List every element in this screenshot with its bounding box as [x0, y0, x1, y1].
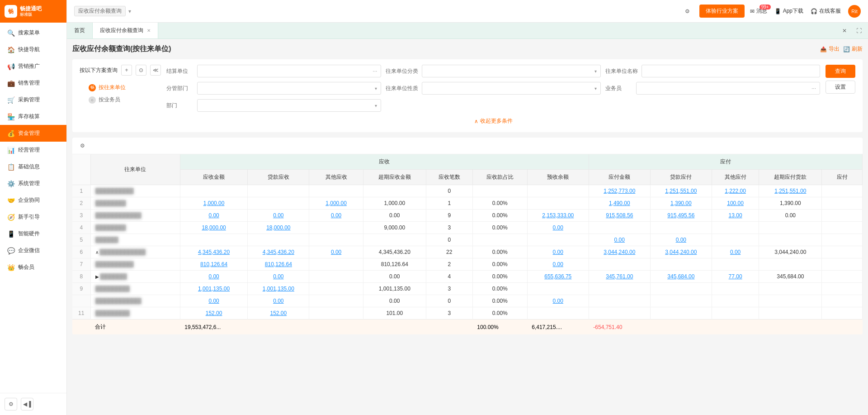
- row-ar-loan[interactable]: 810,126.64: [248, 258, 309, 271]
- row-ar-prepay[interactable]: 2,153,333.00: [527, 210, 589, 222]
- sidebar-item-hardware[interactable]: 📱 智能硬件: [0, 225, 66, 242]
- row-ap-loan[interactable]: 915,495.56: [650, 210, 712, 222]
- settings-footer-btn[interactable]: ⚙: [5, 398, 17, 410]
- row-ar-prepay[interactable]: 0.00: [527, 258, 589, 271]
- gear-button[interactable]: ⚙: [681, 5, 694, 18]
- row-ar-amount[interactable]: 0.00: [180, 210, 247, 222]
- breadcrumb-arrow[interactable]: ▾: [128, 8, 131, 14]
- filter-toolbar-label: 按以下方案查询: [80, 67, 118, 74]
- customer-service-button[interactable]: 🎧 在线客服: [811, 7, 841, 15]
- row-ap-amount[interactable]: 1,252,773.00: [589, 185, 650, 197]
- sidebar-item-basic[interactable]: 📋 基础信息: [0, 158, 66, 175]
- tab-home[interactable]: 首页: [67, 23, 93, 38]
- name-input[interactable]: [642, 65, 820, 77]
- row-ar-loan[interactable]: 0.00: [248, 271, 309, 283]
- sidebar-item-search[interactable]: 🔍 搜索菜单: [0, 24, 66, 41]
- table-row: 9 █████████ 1,001,135.00 1,001,135.00 1,…: [72, 283, 863, 295]
- row-ap-amount[interactable]: 0.00: [589, 234, 650, 246]
- export-button[interactable]: 📤 导出: [820, 45, 840, 53]
- row-ap-loan[interactable]: 1,251,551.00: [650, 185, 712, 197]
- row-ap-other[interactable]: 100.00: [712, 197, 759, 210]
- row-ap-loan[interactable]: 0.00: [650, 234, 712, 246]
- solution-button[interactable]: 体验行业方案: [699, 5, 745, 18]
- edit-scheme-btn[interactable]: ⊙: [136, 65, 146, 76]
- row-ap-amount[interactable]: 915,508.56: [589, 210, 650, 222]
- row-ap-other[interactable]: 13.00: [712, 210, 759, 222]
- row-ap-overdue[interactable]: 1,251,551.00: [759, 185, 822, 197]
- row-ap-loan[interactable]: 1,390.00: [650, 197, 712, 210]
- sidebar-item-purchase[interactable]: 🛒 采购管理: [0, 91, 66, 108]
- dept-input[interactable]: ▾: [197, 82, 381, 95]
- row-ar-amount[interactable]: 810,126.64: [180, 258, 247, 271]
- row-ar-amount[interactable]: 4,345,436.20: [180, 246, 247, 258]
- filter-by-staff[interactable]: ○ 按业务员: [89, 95, 161, 105]
- row-ap-amount[interactable]: 1,490.00: [589, 197, 650, 210]
- tab-expand-btn[interactable]: ⛶: [854, 25, 864, 36]
- table-gear-icon[interactable]: ⚙: [78, 141, 87, 150]
- row-ar-amount[interactable]: 152.00: [180, 307, 247, 320]
- row-ar-loan[interactable]: 1,001,135.00: [248, 283, 309, 295]
- row-ar-other[interactable]: 0.00: [309, 210, 363, 222]
- expand-scheme-btn[interactable]: ≪: [150, 65, 161, 76]
- dept2-arrow: ▾: [375, 103, 377, 108]
- set-button[interactable]: 设置: [826, 81, 855, 94]
- collapse-button[interactable]: ∧ 收起更多条件: [474, 117, 513, 125]
- row-ap-loan[interactable]: 3,044,240.00: [650, 246, 712, 258]
- sidebar-item-finance[interactable]: 💰 资金管理: [0, 125, 66, 142]
- row-ar-prepay[interactable]: 0.00: [527, 246, 589, 258]
- notification-button[interactable]: ✉ 消息 99+: [750, 7, 767, 15]
- salesperson-input[interactable]: ···: [636, 82, 820, 95]
- footer-ar-amount[interactable]: 19,553,472,6...: [180, 320, 247, 335]
- tab-balance[interactable]: 应收应付余额查询 ✕: [93, 23, 158, 38]
- filter-by-partner[interactable]: 畅 按往来单位: [89, 83, 161, 92]
- row-ap-other[interactable]: 0.00: [712, 246, 759, 258]
- row-ar-loan[interactable]: 18,000.00: [248, 222, 309, 234]
- tab-close-all-btn[interactable]: ✕: [839, 25, 850, 36]
- row-ar-amount[interactable]: 1,001,135.00: [180, 283, 247, 295]
- row-ap-amount[interactable]: 3,044,240.00: [589, 246, 650, 258]
- nature-input[interactable]: ▾: [422, 82, 600, 95]
- sidebar-item-member[interactable]: 👑 畅会员: [0, 259, 66, 276]
- row-ar-loan[interactable]: 0.00: [248, 210, 309, 222]
- row-ar-prepay[interactable]: 655,636.75: [527, 271, 589, 283]
- sidebar-item-system[interactable]: ⚙️ 系统管理: [0, 175, 66, 192]
- tab-close-icon[interactable]: ✕: [147, 28, 151, 33]
- category-input[interactable]: ▾: [422, 65, 600, 77]
- row-ap-amount[interactable]: 345,761.00: [589, 271, 650, 283]
- row-ar-loan[interactable]: 4,345,436.20: [248, 246, 309, 258]
- breadcrumb-item[interactable]: 应收应付余额查询: [74, 6, 126, 16]
- dept2-input[interactable]: ▾: [197, 99, 381, 112]
- sidebar-item-guide[interactable]: 🧭 新手引导: [0, 209, 66, 225]
- row-ar-other[interactable]: 1,000.00: [309, 197, 363, 210]
- row-ar-amount[interactable]: 0.00: [180, 295, 247, 307]
- table-row: ████████████ 0.00 0.00 0.00 0 0.00% 0.00: [72, 295, 863, 307]
- row-ar-ratio: 0.00%: [472, 222, 527, 234]
- sidebar-item-inventory[interactable]: 🏪 库存核算: [0, 108, 66, 125]
- add-scheme-btn[interactable]: +: [121, 65, 132, 76]
- app-download-button[interactable]: 📱 App下载: [774, 7, 803, 15]
- sidebar-item-operations[interactable]: 📊 经营管理: [0, 142, 66, 158]
- sidebar-item-sales[interactable]: 💼 销售管理: [0, 75, 66, 91]
- sidebar-item-cooperation[interactable]: 🤝 企业协同: [0, 192, 66, 209]
- row-ap-other[interactable]: 77.00: [712, 271, 759, 283]
- user-avatar[interactable]: Rit: [848, 5, 861, 18]
- sidebar-item-wechat[interactable]: 💬 企业微信: [0, 242, 66, 259]
- row-ap-loan[interactable]: 345,684.00: [650, 271, 712, 283]
- refresh-button[interactable]: 🔄 刷新: [843, 45, 863, 53]
- sidebar-item-marketing[interactable]: 📢 营销推广: [0, 58, 66, 75]
- row-ar-loan[interactable]: 152.00: [248, 307, 309, 320]
- row-ar-loan[interactable]: 0.00: [248, 295, 309, 307]
- row-ar-amount[interactable]: 1,000.00: [180, 197, 247, 210]
- collapse-footer-btn[interactable]: ◀▐: [21, 398, 33, 410]
- settlement-input[interactable]: ···: [197, 65, 381, 77]
- query-button[interactable]: 查询: [826, 65, 855, 78]
- row-ar-other[interactable]: 0.00: [309, 246, 363, 258]
- row-ar-amount[interactable]: 18,000.00: [180, 222, 247, 234]
- sidebar-item-nav[interactable]: 🏠 快捷导航: [0, 41, 66, 58]
- row-ar-prepay[interactable]: 0.00: [527, 295, 589, 307]
- row-ar-amount[interactable]: 0.00: [180, 271, 247, 283]
- row-ar-prepay[interactable]: 0.00: [527, 222, 589, 234]
- sidebar-item-label: 智能硬件: [18, 230, 40, 238]
- sidebar-item-label: 营销推广: [18, 62, 40, 70]
- row-ap-other[interactable]: 1,222.00: [712, 185, 759, 197]
